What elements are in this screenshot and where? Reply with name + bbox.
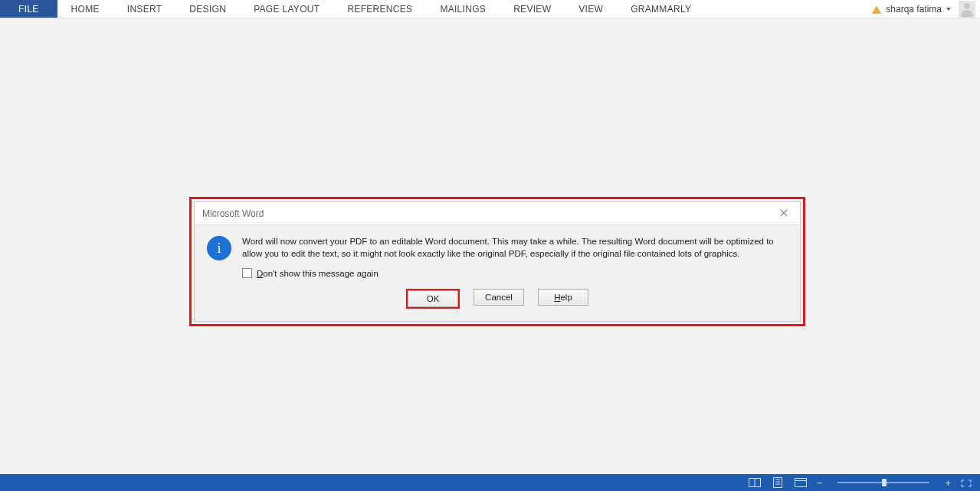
print-layout-icon[interactable] [771, 477, 785, 488]
warning-icon [872, 5, 881, 14]
dialog-highlight: Microsoft Word i Word will now convert y… [189, 197, 805, 326]
close-icon [780, 209, 788, 217]
dialog-message: Word will now convert your PDF to an edi… [242, 236, 788, 260]
zoom-out-button[interactable]: − [817, 477, 823, 489]
read-mode-icon[interactable] [748, 477, 762, 488]
ribbon-tabs: FILE HOME INSERT DESIGN PAGE LAYOUT REFE… [0, 0, 980, 18]
user-area[interactable]: sharqa fatima [872, 0, 975, 18]
zoom-slider[interactable] [837, 482, 929, 483]
info-icon: i [207, 236, 231, 260]
ok-button-highlight: OK [406, 289, 460, 309]
tab-home[interactable]: HOME [57, 0, 113, 18]
status-bar: − + [0, 474, 980, 491]
svg-rect-2 [773, 478, 782, 488]
checkbox-icon[interactable] [242, 268, 252, 278]
tab-references[interactable]: REFERENCES [333, 0, 426, 18]
close-button[interactable] [771, 202, 797, 224]
slider-thumb[interactable] [882, 479, 887, 486]
fit-to-window-icon[interactable] [960, 477, 974, 488]
tab-design[interactable]: DESIGN [175, 0, 240, 18]
zoom-in-button[interactable]: + [945, 477, 951, 489]
tab-insert[interactable]: INSERT [113, 0, 176, 18]
dont-show-again-row[interactable]: Don't show this message again [242, 268, 788, 278]
tab-mailings[interactable]: MAILINGS [426, 0, 500, 18]
dialog-titlebar: Microsoft Word [195, 202, 800, 225]
convert-pdf-dialog: Microsoft Word i Word will now convert y… [194, 201, 801, 322]
web-layout-icon[interactable] [794, 477, 808, 488]
dialog-body: i Word will now convert your PDF to an e… [195, 225, 800, 321]
ok-button[interactable]: OK [408, 290, 458, 307]
chevron-down-icon [946, 8, 951, 11]
user-name-label: sharqa fatima [886, 4, 942, 15]
tab-review[interactable]: REVIEW [500, 0, 565, 18]
help-button[interactable]: Help [538, 289, 588, 306]
cancel-button[interactable]: Cancel [474, 289, 524, 306]
svg-rect-6 [795, 479, 806, 487]
tab-view[interactable]: VIEW [565, 0, 617, 18]
tab-page-layout[interactable]: PAGE LAYOUT [240, 0, 333, 18]
tab-file[interactable]: FILE [0, 0, 57, 18]
dialog-title-text: Microsoft Word [202, 208, 264, 219]
dont-show-again-label: Don't show this message again [257, 269, 379, 278]
tab-grammarly[interactable]: GRAMMARLY [617, 0, 705, 18]
dialog-buttons: OK Cancel Help [207, 289, 788, 309]
avatar[interactable] [959, 1, 975, 18]
